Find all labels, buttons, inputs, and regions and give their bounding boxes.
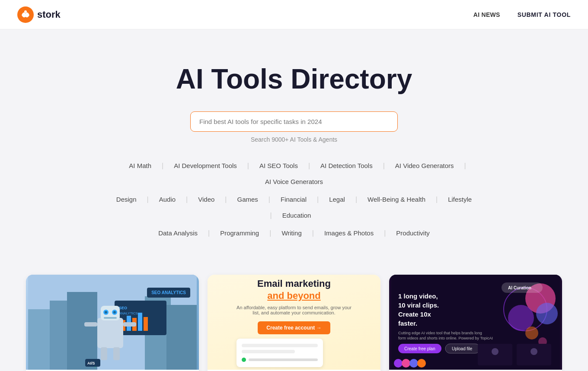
getresponse-headline: Email marketingand beyond (236, 278, 352, 302)
sep15: | (268, 226, 272, 240)
svg-text:10 viral clips.: 10 viral clips. (398, 301, 439, 309)
card-frase-image: SEO ANALYTICS (26, 275, 199, 370)
sep11: | (355, 192, 358, 206)
categories-container: AI Math | AI Development Tools | AI SEO … (99, 159, 489, 240)
hero-section: AI Tools Directory Search 9000+ AI Tools… (0, 29, 588, 257)
svg-point-38 (525, 327, 538, 339)
cat-productivity[interactable]: Productivity (388, 226, 438, 240)
cat-video[interactable]: Video (190, 192, 222, 206)
sep9: | (268, 192, 271, 206)
main-nav: AI NEWS SUBMIT AI TOOL (473, 11, 571, 18)
sep12: | (435, 192, 438, 206)
sep6: | (146, 192, 150, 206)
card-opus-image: AI Curation 1 long video, 10 viral clips… (389, 275, 562, 370)
sep16: | (311, 226, 315, 240)
cat-data-analysis[interactable]: Data Analysis (150, 226, 205, 240)
sep7: | (185, 192, 189, 206)
svg-text:Cutting edge AI video tool tha: Cutting edge AI video tool that helps br… (398, 331, 482, 335)
svg-point-21 (113, 311, 116, 314)
getresponse-cta[interactable]: Create free account → (258, 321, 330, 334)
getresponse-form-demo (236, 339, 323, 367)
sep1: | (161, 159, 164, 173)
card-getresponse[interactable]: Email marketingand beyond An affordable,… (208, 275, 380, 371)
svg-point-54 (409, 359, 418, 368)
cards-section: SEO ANALYTICS (0, 257, 588, 371)
nav-ai-news[interactable]: AI NEWS (473, 11, 500, 18)
sep3: | (307, 159, 311, 173)
cat-lifestyle[interactable]: Lifestyle (440, 192, 479, 206)
cat-programming[interactable]: Programming (212, 226, 267, 240)
search-container: Search 9000+ AI Tools & Agents (9, 111, 579, 143)
categories-row-2: Design | Audio | Video | Games | Financi… (108, 192, 480, 222)
svg-point-53 (402, 359, 410, 368)
cat-education[interactable]: Education (275, 208, 319, 222)
svg-text:form videos and shorts into on: form videos and shorts into online. Powe… (398, 336, 493, 340)
svg-rect-14 (138, 313, 142, 331)
search-input[interactable] (190, 111, 398, 132)
svg-text:Create free plan: Create free plan (404, 346, 435, 351)
svg-point-58 (492, 348, 499, 355)
sep14: | (207, 226, 211, 240)
card-frase[interactable]: SEO ANALYTICS (26, 275, 199, 371)
cat-financial[interactable]: Financial (273, 192, 314, 206)
svg-point-59 (530, 348, 537, 355)
cat-audio[interactable]: Audio (151, 192, 183, 206)
search-hint: Search 9000+ AI Tools & Agents (251, 136, 337, 143)
svg-rect-22 (104, 317, 117, 319)
sep13: | (269, 208, 273, 222)
logo-icon (17, 6, 34, 23)
card-opus-clip[interactable]: AI Curation 1 long video, 10 viral clips… (389, 275, 562, 371)
sep5: | (463, 159, 467, 173)
cat-ai-voice-generators[interactable]: AI Voice Generators (257, 174, 331, 189)
svg-point-1 (24, 10, 27, 13)
svg-text:SEO: SEO (119, 306, 127, 310)
svg-rect-16 (97, 318, 123, 348)
sep2: | (246, 159, 250, 173)
getresponse-sub: An affordable, easy platform to send ema… (236, 305, 352, 315)
hero-title: AI Tools Directory (9, 64, 579, 94)
svg-text:Create 10x: Create 10x (398, 311, 431, 318)
sep10: | (316, 192, 320, 206)
svg-point-37 (536, 303, 558, 324)
sep17: | (383, 226, 387, 240)
svg-rect-24 (123, 322, 136, 327)
cat-ai-seo-tools[interactable]: AI SEO Tools (252, 159, 306, 173)
card-getresponse-image: Email marketingand beyond An affordable,… (208, 275, 380, 370)
svg-rect-15 (144, 317, 148, 331)
cat-wellbeing[interactable]: Well-Being & Health (360, 192, 433, 206)
svg-point-52 (394, 359, 403, 368)
site-header: stork AI NEWS SUBMIT AI TOOL (0, 0, 588, 29)
logo[interactable]: stork (17, 6, 61, 23)
categories-row-3: Data Analysis | Programming | Writing | … (150, 226, 438, 240)
sep8: | (224, 192, 227, 206)
svg-text:faster.: faster. (398, 320, 417, 327)
cat-writing[interactable]: Writing (274, 226, 309, 240)
svg-text:ANALYTICS: ANALYTICS (119, 311, 138, 315)
svg-rect-5 (67, 292, 97, 370)
categories-row-1: AI Math | AI Development Tools | AI SEO … (108, 159, 480, 189)
opus-illustration: AI Curation 1 long video, 10 viral clips… (389, 275, 562, 370)
frase-illustration: SEO ANALYTICS (26, 275, 199, 370)
svg-rect-25 (101, 347, 107, 360)
svg-text:Upload file: Upload file (452, 346, 473, 351)
cat-ai-dev-tools[interactable]: AI Development Tools (166, 159, 245, 173)
cat-legal[interactable]: Legal (321, 192, 353, 206)
svg-rect-23 (84, 322, 97, 327)
svg-text:AI/S: AI/S (87, 361, 95, 365)
svg-rect-26 (113, 347, 120, 360)
svg-point-55 (417, 359, 426, 368)
svg-text:AI Curation: AI Curation (508, 285, 531, 290)
getresponse-highlight: and beyond (267, 290, 320, 301)
cat-design[interactable]: Design (109, 192, 144, 206)
cat-ai-video-generators[interactable]: AI Video Generators (387, 159, 462, 173)
cat-ai-detection-tools[interactable]: AI Detection Tools (313, 159, 380, 173)
cat-images-photos[interactable]: Images & Photos (316, 226, 381, 240)
cat-ai-math[interactable]: AI Math (121, 159, 159, 173)
sep4: | (382, 159, 386, 173)
logo-text: stork (37, 9, 61, 20)
cat-games[interactable]: Games (229, 192, 265, 206)
svg-text:1 long video,: 1 long video, (398, 292, 438, 300)
svg-point-20 (105, 311, 107, 314)
svg-rect-7 (166, 305, 197, 370)
nav-submit-tool[interactable]: SUBMIT AI TOOL (518, 11, 571, 18)
